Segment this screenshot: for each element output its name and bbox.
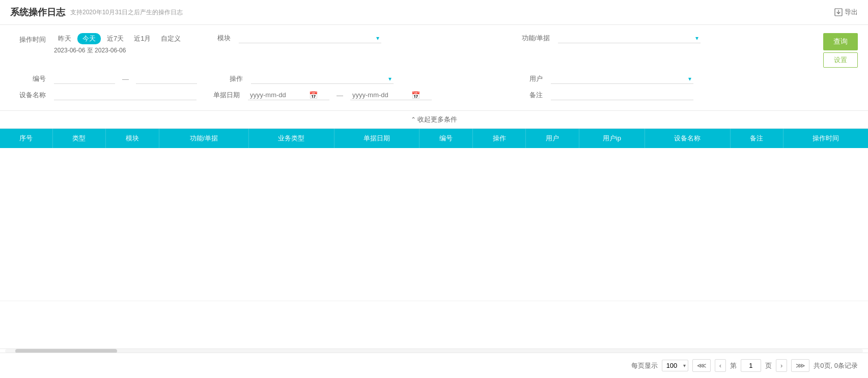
user-select-wrapper: ▾	[551, 74, 693, 84]
module-label: 模块	[195, 34, 231, 43]
docdate-end-wrapper: 📅	[350, 90, 432, 100]
time-btn-yesterday[interactable]: 昨天	[54, 33, 75, 44]
time-label: 操作时间	[10, 33, 46, 44]
module-select-wrapper: ▾	[239, 33, 381, 43]
time-btn-7days[interactable]: 近7天	[103, 33, 128, 44]
time-btn-today[interactable]: 今天	[77, 33, 101, 44]
table-area: 序号 类型 模块 功能/单据 业务类型 单据日期 编号 操作 用户 用户ip 设…	[0, 129, 868, 348]
docdate-start-wrapper: 📅	[248, 90, 329, 100]
code-input-end[interactable]	[136, 74, 197, 84]
code-input-start[interactable]	[54, 74, 115, 84]
pagination-area: 每页显示 50 100 200 500 ▾ ⋘ ‹ 第 页 › ⋙ 共0页, 0…	[0, 353, 868, 378]
operation-label: 操作	[207, 74, 243, 83]
last-page-button[interactable]: ⋙	[791, 359, 809, 372]
page-wrapper: 系统操作日志 支持2020年10月31日之后产生的操作日志 导出 操作时间 昨天…	[0, 0, 868, 378]
collapse-up-icon: ⌃	[411, 116, 417, 123]
time-range: 2023-06-06 至 2023-06-06	[54, 46, 185, 55]
settings-button[interactable]: 设置	[823, 52, 858, 68]
scrollbar-track	[5, 349, 863, 353]
table-header-row: 序号 类型 模块 功能/单据 业务类型 单据日期 编号 操作 用户 用户ip 设…	[0, 129, 868, 148]
docdate-label: 单据日期	[207, 91, 240, 100]
next-page-button[interactable]: ›	[776, 359, 787, 372]
time-btn-custom[interactable]: 自定义	[157, 33, 185, 44]
title-area: 系统操作日志 支持2020年10月31日之后产生的操作日志	[10, 6, 183, 18]
operation-select[interactable]	[251, 74, 394, 83]
query-button[interactable]: 查询	[823, 33, 858, 50]
page-size-wrapper: 50 100 200 500 ▾	[662, 360, 688, 371]
docdate-end-input[interactable]	[350, 90, 411, 100]
page-size-select[interactable]: 50 100 200 500	[662, 360, 688, 371]
col-code: 编号	[419, 129, 472, 148]
data-table: 序号 类型 模块 功能/单据 业务类型 单据日期 编号 操作 用户 用户ip 设…	[0, 129, 868, 301]
col-user-ip: 用户ip	[579, 129, 645, 148]
col-user: 用户	[526, 129, 579, 148]
scrollbar-area[interactable]	[0, 348, 868, 353]
col-biz-type: 业务类型	[249, 129, 334, 148]
remark-label: 备注	[507, 91, 543, 100]
device-label: 设备名称	[10, 91, 46, 100]
collapse-row[interactable]: ⌃ 收起更多条件	[0, 111, 868, 129]
operation-select-wrapper: ▾	[251, 74, 394, 84]
page-subtitle: 支持2020年10月31日之后产生的操作日志	[70, 8, 183, 17]
code-dash: —	[122, 75, 129, 83]
col-function: 功能/单据	[159, 129, 248, 148]
col-type: 类型	[52, 129, 105, 148]
function-select[interactable]	[558, 33, 701, 43]
device-input[interactable]	[54, 90, 197, 100]
page-title: 系统操作日志	[10, 6, 65, 18]
col-doc-date: 单据日期	[334, 129, 419, 148]
code-label: 编号	[10, 74, 46, 83]
function-label: 功能/单据	[509, 34, 550, 43]
col-index: 序号	[0, 129, 52, 148]
module-select[interactable]	[239, 33, 381, 43]
first-page-button[interactable]: ⋘	[692, 359, 711, 372]
page-number-input[interactable]	[741, 359, 761, 372]
action-buttons: 查询 设置	[823, 33, 858, 68]
remark-input[interactable]	[551, 90, 693, 100]
user-select[interactable]	[551, 74, 693, 83]
col-remark: 备注	[730, 129, 783, 148]
calendar-end-icon[interactable]: 📅	[411, 91, 420, 99]
collapse-label: 收起更多条件	[417, 115, 457, 123]
calendar-start-icon[interactable]: 📅	[309, 91, 318, 99]
docdate-start-input[interactable]	[248, 90, 309, 100]
time-btn-1month[interactable]: 近1月	[130, 33, 155, 44]
col-module: 模块	[106, 129, 159, 148]
filter-area: 操作时间 昨天 今天 近7天 近1月 自定义 2023-06-06 至 2023…	[0, 25, 868, 111]
table-body	[0, 148, 868, 301]
col-device: 设备名称	[645, 129, 730, 148]
function-select-wrapper: ▾	[558, 33, 701, 43]
col-operation: 操作	[472, 129, 525, 148]
prev-page-button[interactable]: ‹	[715, 359, 726, 372]
total-info: 共0页, 0条记录	[814, 361, 858, 370]
export-label: 导出	[845, 8, 858, 17]
page-size-label: 每页显示	[631, 361, 658, 370]
export-button[interactable]: 导出	[834, 8, 858, 17]
time-btn-group: 昨天 今天 近7天 近1月 自定义	[54, 33, 185, 44]
user-label: 用户	[507, 74, 543, 83]
page-header: 系统操作日志 支持2020年10月31日之后产生的操作日志 导出	[0, 0, 868, 25]
page-label: 第	[730, 361, 737, 370]
export-icon	[834, 8, 843, 16]
docdate-dash: —	[337, 92, 343, 99]
page-suffix: 页	[765, 361, 772, 370]
empty-row	[0, 148, 868, 301]
scrollbar-thumb[interactable]	[15, 349, 117, 353]
empty-cell	[0, 148, 868, 301]
col-op-time: 操作时间	[783, 129, 868, 148]
table-header: 序号 类型 模块 功能/单据 业务类型 单据日期 编号 操作 用户 用户ip 设…	[0, 129, 868, 148]
